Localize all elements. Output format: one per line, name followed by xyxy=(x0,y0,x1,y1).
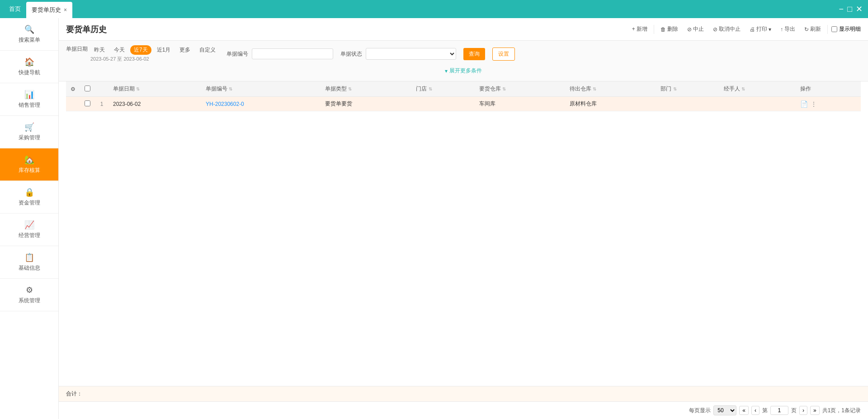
sidebar-item-sales-label: 销售管理 xyxy=(19,101,40,109)
col-doc-no[interactable]: 单据编号 ⇅ xyxy=(201,81,321,97)
col-doc-type[interactable]: 单据类型 ⇅ xyxy=(321,81,412,97)
delete-button[interactable]: 🗑 删除 xyxy=(658,24,681,35)
row-store-cell xyxy=(411,97,474,111)
new-button[interactable]: + 新增 xyxy=(629,24,650,35)
export-button[interactable]: ↑ 导出 xyxy=(778,24,798,35)
row-department-cell xyxy=(656,97,719,111)
export-icon: ↑ xyxy=(780,26,783,33)
col-actions: 操作 xyxy=(796,81,861,97)
doc-no-link[interactable]: YH-20230602-0 xyxy=(206,101,244,107)
row-handler-cell xyxy=(719,97,796,111)
status-filter-group: 单据状态 xyxy=(340,48,456,60)
suspend-label: 中止 xyxy=(693,25,704,33)
row-more-icon[interactable]: ⋮ xyxy=(811,100,817,108)
col-handler[interactable]: 经手人 ⇅ xyxy=(719,81,796,97)
cancel-suspend-button[interactable]: ⊘ 取消中止 xyxy=(710,24,743,35)
col-pending-warehouse[interactable]: 待出仓库 ⇅ xyxy=(565,81,656,97)
status-select[interactable] xyxy=(366,48,456,60)
print-dropdown-icon: ▾ xyxy=(769,26,771,33)
date-btn-more[interactable]: 更多 xyxy=(176,45,194,55)
display-detail-checkbox[interactable] xyxy=(831,26,837,32)
sidebar-item-operation[interactable]: 📈 经营管理 xyxy=(0,214,58,246)
col-req-warehouse[interactable]: 要货仓库 ⇅ xyxy=(475,81,565,97)
operation-icon: 📈 xyxy=(24,220,34,230)
page-suffix: 页 xyxy=(791,407,797,414)
next-page-btn[interactable]: › xyxy=(799,406,807,415)
query-button[interactable]: 查询 xyxy=(463,48,485,60)
window-close-icon[interactable]: ✕ xyxy=(856,4,863,14)
sidebar-item-search-label: 搜索菜单 xyxy=(19,36,40,44)
sort-req-warehouse-icon: ⇅ xyxy=(502,86,506,91)
sidebar-item-shortcut[interactable]: 🏠 快捷导航 xyxy=(0,51,58,83)
display-detail-label: 显示明细 xyxy=(839,25,861,33)
settings-button[interactable]: 设置 xyxy=(492,48,515,61)
tab-active[interactable]: 要货单历史 × xyxy=(26,2,72,18)
sidebar-item-search[interactable]: 🔍 搜索菜单 xyxy=(0,18,58,51)
row-checkbox[interactable] xyxy=(85,100,90,106)
suspend-button[interactable]: ⊘ 中止 xyxy=(684,24,707,35)
date-btn-today[interactable]: 今天 xyxy=(110,45,128,55)
page-title: 要货单历史 xyxy=(66,24,626,35)
sidebar-item-system[interactable]: ⚙ 系统管理 xyxy=(0,279,58,311)
col-settings[interactable]: ⚙ xyxy=(66,81,80,97)
date-range-display: 2023-05-27 至 2023-06-02 xyxy=(90,56,219,62)
sidebar-item-finance-label: 资金管理 xyxy=(19,199,40,207)
sort-pending-warehouse-icon: ⇅ xyxy=(593,86,596,91)
sidebar-item-basic[interactable]: 📋 基础信息 xyxy=(0,246,58,279)
table-container: ⚙ 单据日期 ⇅ 单据编号 ⇅ xyxy=(59,81,868,386)
date-btn-custom[interactable]: 自定义 xyxy=(196,45,219,55)
print-button[interactable]: 🖨 打印 ▾ xyxy=(747,24,774,35)
tab-home[interactable]: 首页 xyxy=(4,0,26,18)
table-header-row: ⚙ 单据日期 ⇅ 单据编号 ⇅ xyxy=(66,81,861,97)
window-minimize-icon[interactable]: − xyxy=(839,5,844,14)
status-label: 单据状态 xyxy=(340,50,362,58)
sidebar-item-purchase[interactable]: 🛒 采购管理 xyxy=(0,116,58,148)
window-maximize-icon[interactable]: □ xyxy=(847,5,852,14)
print-icon: 🖨 xyxy=(750,26,755,33)
sidebar-item-purchase-label: 采购管理 xyxy=(19,134,40,142)
date-filter-group: 单据日期 昨天 今天 近7天 近1月 更多 自定义 2023-05-27 至 2… xyxy=(66,45,219,62)
tab-active-label: 要货单历史 xyxy=(32,6,61,14)
table-footer: 合计： xyxy=(59,386,868,401)
date-btn-yesterday[interactable]: 昨天 xyxy=(90,45,108,55)
col-department[interactable]: 部门 ⇅ xyxy=(656,81,719,97)
sidebar-item-inventory[interactable]: 🏡 库存核算 xyxy=(0,148,58,181)
sort-doc-no-icon: ⇅ xyxy=(229,86,232,91)
per-page-select[interactable]: 50 20 100 xyxy=(713,405,736,415)
basic-icon: 📋 xyxy=(24,252,34,262)
row-actions-cell: 📄 ⋮ xyxy=(796,97,861,111)
page-input[interactable] xyxy=(770,406,788,415)
finance-icon: 🔒 xyxy=(24,187,34,197)
sidebar-item-basic-label: 基础信息 xyxy=(19,264,40,272)
date-btn-7days[interactable]: 近7天 xyxy=(130,45,151,55)
filter-bar: 单据日期 昨天 今天 近7天 近1月 更多 自定义 2023-05-27 至 2… xyxy=(59,41,868,81)
doc-no-input[interactable] xyxy=(252,48,333,59)
date-btn-1month[interactable]: 近1月 xyxy=(153,45,175,55)
row-settings-cell xyxy=(66,97,80,111)
display-detail-toggle[interactable]: 显示明细 xyxy=(831,25,861,33)
tab-close-icon[interactable]: × xyxy=(64,7,67,13)
sidebar-item-finance[interactable]: 🔒 资金管理 xyxy=(0,181,58,214)
divider-1 xyxy=(654,25,654,34)
refresh-button[interactable]: ↻ 刷新 xyxy=(802,24,824,35)
row-pending-warehouse-cell: 原材料仓库 xyxy=(565,97,656,111)
col-store[interactable]: 门店 ⇅ xyxy=(411,81,474,97)
last-page-btn[interactable]: » xyxy=(810,406,820,415)
prev-page-btn[interactable]: ‹ xyxy=(751,406,760,415)
select-all-checkbox[interactable] xyxy=(85,86,90,91)
date-filter-controls: 昨天 今天 近7天 近1月 更多 自定义 2023-05-27 至 2023-0… xyxy=(90,45,219,62)
row-action-buttons: 📄 ⋮ xyxy=(800,100,856,108)
page-label: 第 xyxy=(762,407,768,414)
data-table: ⚙ 单据日期 ⇅ 单据编号 ⇅ xyxy=(66,81,861,111)
first-page-btn[interactable]: « xyxy=(739,406,749,415)
expand-more-btn[interactable]: ▾ 展开更多条件 xyxy=(66,65,861,76)
sales-icon: 📊 xyxy=(24,90,34,100)
sidebar-item-inventory-label: 库存核算 xyxy=(19,167,40,174)
col-doc-date[interactable]: 单据日期 ⇅ xyxy=(108,81,201,97)
row-index-cell: 1 xyxy=(95,97,108,111)
sidebar-item-sales[interactable]: 📊 销售管理 xyxy=(0,83,58,116)
tab-home-label: 首页 xyxy=(9,5,21,13)
purchase-icon: 🛒 xyxy=(24,122,34,132)
system-icon: ⚙ xyxy=(26,285,33,295)
row-view-icon[interactable]: 📄 xyxy=(800,100,808,108)
